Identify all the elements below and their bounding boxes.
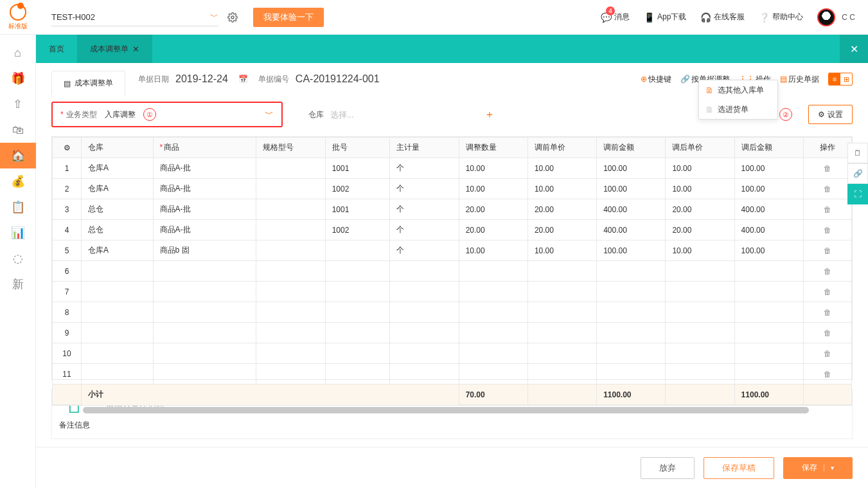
cell-batch[interactable] [325, 343, 390, 364]
cell-unit[interactable] [390, 282, 459, 302]
col-qty[interactable]: 调整数量 [459, 138, 527, 158]
cell-pb[interactable] [527, 364, 596, 384]
cell-unit[interactable]: 个 [390, 179, 459, 199]
col-ab[interactable]: 调前金额 [597, 138, 666, 158]
cell-unit[interactable] [390, 364, 459, 384]
delete-icon[interactable]: 🗑 [824, 185, 831, 194]
cell-prod[interactable]: 商品A-批 [153, 220, 256, 240]
save-draft-button[interactable]: 保存草稿 [704, 457, 774, 479]
cell-qty[interactable]: 10.00 [459, 158, 527, 179]
rail-note-icon[interactable]: 🗒 [847, 143, 868, 163]
cell-spec[interactable] [256, 343, 325, 364]
table-row[interactable]: 6🗑 [53, 261, 852, 282]
table-row[interactable]: 2仓库A商品A-批1002个10.0010.00100.0010.00100.0… [53, 179, 852, 199]
cell-pa[interactable]: 20.00 [666, 199, 734, 220]
cell-batch[interactable]: 1001 [325, 199, 390, 220]
nav-doc[interactable]: 📋 [0, 194, 36, 220]
cell-pa[interactable]: 10.00 [666, 240, 734, 261]
tab-home[interactable]: 首页 [36, 35, 77, 63]
delete-icon[interactable]: 🗑 [824, 349, 831, 358]
cell-pb[interactable] [527, 261, 596, 282]
calendar-icon[interactable]: 📅 [238, 75, 248, 84]
cell-pb[interactable]: 10.00 [527, 240, 596, 261]
cell-qty[interactable] [459, 343, 527, 364]
cell-qty[interactable]: 10.00 [459, 240, 527, 261]
biz-type-select[interactable]: * 业务类型 入库调整 ① ﹀ [51, 102, 283, 127]
cell-aa[interactable] [734, 302, 803, 323]
list-view-icon[interactable]: ≡ [829, 73, 840, 85]
app-download-link[interactable]: 📱 App下载 [644, 12, 686, 23]
chevron-down-icon[interactable]: ▾ [824, 464, 834, 471]
cell-aa[interactable]: 100.00 [734, 179, 803, 199]
delete-icon[interactable]: 🗑 [824, 267, 831, 276]
trial-button[interactable]: 我要体验一下 [253, 8, 324, 27]
cell-spec[interactable] [256, 282, 325, 302]
delete-icon[interactable]: 🗑 [824, 205, 831, 214]
cell-qty[interactable]: 20.00 [459, 220, 527, 240]
cell-qty[interactable]: 20.00 [459, 199, 527, 220]
cell-pa[interactable] [666, 282, 734, 302]
col-prod[interactable]: *商品 [153, 138, 256, 158]
cell-pa[interactable]: 10.00 [666, 179, 734, 199]
cell-pb[interactable] [527, 343, 596, 364]
cell-pa[interactable] [666, 343, 734, 364]
cell-unit[interactable]: 个 [390, 158, 459, 179]
cell-aa[interactable] [734, 364, 803, 384]
col-pb[interactable]: 调前单价 [527, 138, 596, 158]
cell-spec[interactable] [256, 323, 325, 343]
cell-unit[interactable] [390, 261, 459, 282]
cell-qty[interactable] [459, 261, 527, 282]
cell-ab[interactable]: 400.00 [597, 220, 666, 240]
support-link[interactable]: 🎧 在线客服 [700, 12, 745, 23]
cell-spec[interactable] [256, 199, 325, 220]
cell-prod[interactable]: 商品b 固 [153, 240, 256, 261]
cell-pa[interactable] [666, 364, 734, 384]
col-spec[interactable]: 规格型号 [256, 138, 325, 158]
rail-link-icon[interactable]: 🔗 [847, 163, 868, 184]
cell-batch[interactable] [325, 302, 390, 323]
delete-icon[interactable]: 🗑 [824, 164, 831, 173]
help-link[interactable]: ❔ 帮助中心 [759, 12, 803, 23]
tab-cost-adjust[interactable]: 成本调整单 ✕ [77, 35, 152, 63]
cell-unit[interactable]: 个 [390, 220, 459, 240]
cell-aa[interactable] [734, 323, 803, 343]
grid-view-icon[interactable]: ⊞ [840, 73, 852, 85]
settings-button[interactable]: ⚙ 设置 [808, 105, 853, 124]
cell-spec[interactable] [256, 364, 325, 384]
cell-batch[interactable]: 1002 [325, 220, 390, 240]
nav-new[interactable]: 新 [0, 271, 36, 297]
cell-unit[interactable] [390, 323, 459, 343]
cell-aa[interactable]: 100.00 [734, 240, 803, 261]
table-row[interactable]: 8🗑 [53, 302, 852, 323]
cell-prod[interactable] [153, 261, 256, 282]
cell-pb[interactable] [527, 302, 596, 323]
col-pa[interactable]: 调后单价 [666, 138, 734, 158]
discard-button[interactable]: 放弃 [641, 457, 695, 479]
gear-icon[interactable] [227, 12, 238, 23]
cell-ab[interactable]: 400.00 [597, 199, 666, 220]
cell-batch[interactable] [325, 282, 390, 302]
col-gear[interactable]: ⚙ [53, 138, 82, 158]
cell-qty[interactable] [459, 302, 527, 323]
cell-qty[interactable] [459, 282, 527, 302]
nav-bag[interactable]: 🛍 [0, 117, 36, 143]
cell-wh[interactable] [82, 302, 154, 323]
col-unit[interactable]: 主计量 [390, 138, 459, 158]
cell-batch[interactable]: 1002 [325, 179, 390, 199]
table-row[interactable]: 9🗑 [53, 323, 852, 343]
cell-aa[interactable] [734, 282, 803, 302]
table-row[interactable]: 11🗑 [53, 364, 852, 384]
cell-unit[interactable]: 个 [390, 199, 459, 220]
cell-aa[interactable] [734, 343, 803, 364]
col-wh[interactable]: 仓库 [82, 138, 154, 158]
nav-warehouse[interactable]: 🏠 [0, 143, 36, 168]
nav-upload[interactable]: ⇧ [0, 91, 36, 117]
delete-icon[interactable]: 🗑 [824, 329, 831, 338]
nav-gift[interactable]: 🎁 [0, 66, 36, 91]
avatar[interactable] [817, 8, 835, 26]
cell-batch[interactable] [325, 364, 390, 384]
cell-pa[interactable] [666, 261, 734, 282]
cell-unit[interactable]: 个 [390, 240, 459, 261]
cell-pb[interactable]: 10.00 [527, 179, 596, 199]
cell-spec[interactable] [256, 302, 325, 323]
